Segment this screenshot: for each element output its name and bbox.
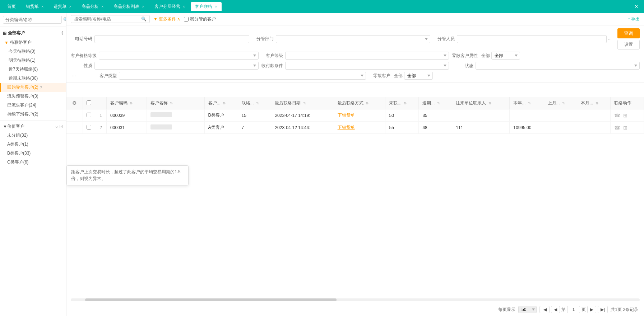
filter-person-dots[interactable]: ··· [608, 37, 612, 42]
col-header-overdue[interactable]: 逾期... ⇅ [419, 97, 452, 109]
filter-input-person[interactable] [457, 35, 607, 43]
col-header-code[interactable]: 客户编码 ⇅ [107, 97, 147, 109]
col-uncontacted-sort[interactable]: ⇅ [404, 101, 407, 105]
nav-tab-product-list[interactable]: 商品分析列表 × [109, 2, 148, 11]
sidebar-item-class-b[interactable]: B类客户(33) [0, 149, 66, 158]
sidebar-item-unclassified[interactable]: 未分组(32) [0, 131, 66, 140]
row-2-action-phone[interactable]: ☎ [614, 125, 620, 131]
window-close-button[interactable]: × [631, 3, 641, 10]
col-last-method-sort[interactable]: ⇅ [366, 101, 369, 105]
sidebar-question-icon[interactable]: ? [40, 85, 42, 90]
filter-select-payment[interactable] [285, 62, 449, 70]
nav-tab-sales-close[interactable]: × [41, 4, 43, 9]
page-size-select[interactable]: 50 100 200 [518, 306, 537, 313]
col-this-year-sort[interactable]: ⇅ [528, 101, 531, 105]
sidebar-search-icon[interactable]: 🔍 [63, 17, 66, 22]
row-2-action-grid[interactable]: ⊞ [623, 125, 627, 131]
sidebar-value-group-text[interactable]: 价值客户 [7, 123, 24, 129]
filter-select-customer-type[interactable] [119, 72, 366, 80]
filter-select-retail-attr[interactable]: 全部 [491, 52, 520, 60]
nav-tab-customer-tier[interactable]: 客户分层经营 × [150, 2, 189, 11]
filter-select-nature[interactable] [94, 62, 259, 70]
col-header-contact[interactable]: 联络... ⇅ [238, 97, 271, 109]
page-first-btn[interactable]: |◀ [539, 306, 550, 313]
col-header-this-year[interactable]: 本年... ⇅ [510, 97, 544, 109]
col-code-sort[interactable]: ⇅ [130, 101, 133, 105]
sidebar-all-customers[interactable]: ⊞ 全部客户 《 [0, 28, 66, 38]
sidebar-item-churned[interactable]: 已流失客户(24) [0, 101, 66, 110]
row-1-action-phone[interactable]: ☎ [614, 113, 620, 118]
col-header-this-month[interactable]: 本月... ⇅ [577, 97, 611, 109]
sidebar-edit-icon-2[interactable]: ☑ [59, 124, 63, 129]
col-header-last-month[interactable]: 上月... ⇅ [544, 97, 577, 109]
sidebar-item-7days[interactable]: 近7天待联络(0) [1, 65, 66, 74]
td-last-method-2[interactable]: 下销货单 [334, 122, 385, 134]
sidebar-item-today[interactable]: 今天待联络(0) [1, 47, 66, 56]
col-this-month-sort[interactable]: ⇅ [596, 101, 598, 105]
sidebar-item-tomorrow[interactable]: 明天待联络(1) [1, 56, 66, 65]
td-last-method-1[interactable]: 下销货单 [334, 109, 385, 122]
filter-select-customer-level[interactable] [285, 52, 449, 60]
page-prev-btn[interactable]: ◀ [551, 306, 560, 313]
export-button[interactable]: ↑ 导出 [628, 16, 640, 22]
nav-tab-home[interactable]: 首页 [3, 2, 20, 11]
header-checkbox[interactable] [87, 100, 91, 105]
col-header-name[interactable]: 客户名称 ⇅ [147, 97, 204, 109]
filter-select-dept[interactable] [276, 35, 431, 43]
sidebar-item-class-a[interactable]: A类客户(1) [0, 140, 66, 149]
col-last-date-sort[interactable]: ⇅ [303, 101, 306, 105]
col-name-sort[interactable]: ⇅ [170, 101, 173, 105]
nav-tab-purchase[interactable]: 进货单 × [49, 2, 75, 11]
nav-tab-customer-contact-close[interactable]: × [215, 4, 217, 9]
td-checkbox-2[interactable] [83, 122, 95, 134]
setting-button[interactable]: 设置 [617, 40, 640, 49]
col-last-month-sort[interactable]: ⇅ [562, 101, 565, 105]
col-contact-sort[interactable]: ⇅ [256, 101, 259, 105]
nav-tab-product-list-close[interactable]: × [142, 4, 144, 9]
nav-tab-product-analysis-close[interactable]: × [101, 4, 103, 9]
page-last-btn[interactable]: ▶| [598, 306, 608, 313]
col-header-settings[interactable]: ⚙ [66, 97, 83, 109]
filter-row4-dots[interactable]: ··· [72, 73, 76, 78]
query-button[interactable]: 查询 [617, 28, 640, 38]
nav-tab-customer-contact[interactable]: 客户联络 × [191, 2, 221, 11]
horizontal-scrollbar[interactable] [71, 298, 640, 301]
col-unit-contacts-sort[interactable]: ⇅ [488, 101, 491, 105]
my-customers-checkbox[interactable] [184, 17, 189, 22]
col-type-sort[interactable]: ⇅ [223, 101, 226, 105]
row-2-checkbox[interactable] [87, 125, 91, 129]
col-header-unit-contacts[interactable]: 往来单位联系人 ⇅ [452, 97, 510, 109]
sidebar-item-churn-warning[interactable]: 流失预警客户(3) [0, 92, 66, 101]
filter-search-input[interactable] [74, 16, 140, 22]
col-header-checkbox[interactable] [83, 97, 95, 109]
sidebar-item-declining[interactable]: 持续下滑客户(2) [0, 110, 66, 119]
sidebar-pending-group-header[interactable]: ▼ 待联络客户 [1, 38, 66, 47]
sidebar-item-repurchase-abnormal[interactable]: 回购异常客户(2) ? [0, 83, 66, 92]
col-header-type[interactable]: 客户... ⇅ [204, 97, 238, 109]
row-1-checkbox[interactable] [87, 113, 91, 117]
page-next-btn[interactable]: ▶ [587, 306, 596, 313]
col-overdue-sort[interactable]: ⇅ [437, 101, 440, 105]
col-header-last-date[interactable]: 最后联络日期 ⇅ [271, 97, 334, 109]
nav-tab-purchase-close[interactable]: × [69, 4, 71, 9]
filter-select-price-level[interactable] [99, 52, 259, 60]
td-checkbox-1[interactable] [83, 109, 95, 122]
nav-tab-product-analysis[interactable]: 商品分析 × [77, 2, 108, 11]
gear-icon[interactable]: ⚙ [72, 100, 77, 106]
scroll-thumb[interactable] [85, 298, 337, 301]
row-1-action-grid[interactable]: ⊞ [623, 113, 627, 118]
td-last-method-link-1[interactable]: 下销货单 [338, 113, 355, 118]
sidebar-item-class-c[interactable]: C类客户(6) [0, 158, 66, 167]
col-header-uncontacted[interactable]: 未联... ⇅ [385, 97, 419, 109]
sidebar-search-input[interactable] [3, 16, 62, 24]
filter-input-phone[interactable] [94, 35, 249, 43]
sidebar-collapse-icon[interactable]: 《 [59, 30, 63, 36]
sidebar-edit-icon-1[interactable]: ○ [55, 124, 58, 129]
filter-search-icon[interactable]: 🔍 [141, 16, 147, 22]
sidebar-item-overdue[interactable]: 逾期未联络(30) [1, 74, 66, 83]
nav-tab-customer-tier-close[interactable]: × [183, 4, 185, 9]
filter-select-retail[interactable]: 全部 [404, 72, 433, 80]
page-input[interactable] [567, 306, 580, 313]
filter-select-status[interactable] [476, 62, 640, 70]
td-last-method-link-2[interactable]: 下销货单 [338, 125, 355, 130]
